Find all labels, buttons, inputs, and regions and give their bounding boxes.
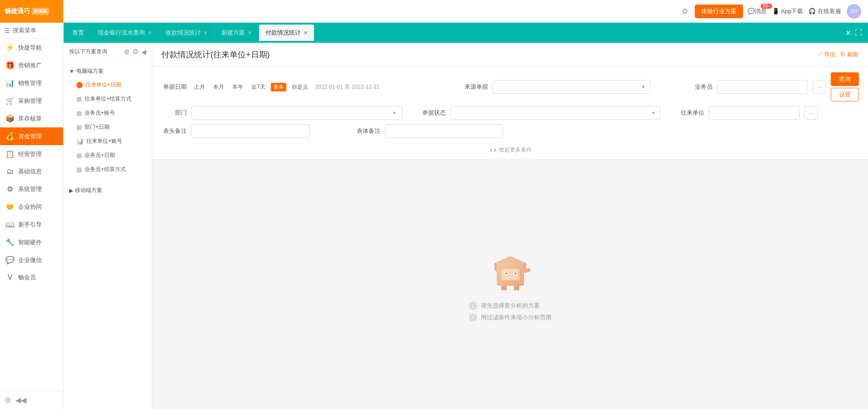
scheme-circle-icon bbox=[76, 82, 83, 88]
sidebar-item-marketing[interactable]: 🎁 营销推广 bbox=[0, 56, 63, 74]
svg-rect-9 bbox=[501, 286, 507, 290]
close-tab-icon[interactable]: ✕ bbox=[304, 30, 308, 36]
system-icon: ⚙ bbox=[5, 185, 15, 193]
scheme-item-unit-account[interactable]: 📊往来单位+账号 bbox=[64, 134, 152, 148]
last-7days-btn[interactable]: 近7天 bbox=[249, 82, 268, 92]
sidebar-item-label: 企业微信 bbox=[18, 256, 42, 264]
svg-point-7 bbox=[509, 277, 511, 279]
collapse-panel-icon[interactable]: ◀ bbox=[141, 48, 146, 56]
app-download-btn[interactable]: 📱 App下载 bbox=[772, 7, 803, 15]
sidebar-item-guide[interactable]: 📖 新手引导 bbox=[0, 216, 63, 233]
sidebar-item-operations[interactable]: 📋 经营管理 bbox=[0, 145, 63, 163]
setting-btn[interactable]: 设置 bbox=[831, 88, 859, 101]
sidebar-nav: ⚡ 快捷导航 🎁 营销推广 📊 销售管理 🛒 采购管理 📦 库存核算 💰 资金管… bbox=[0, 39, 63, 286]
doc-status-select[interactable]: ▼ bbox=[450, 106, 661, 120]
basic-icon: 🗂 bbox=[5, 167, 15, 176]
sidebar-item-quick-nav[interactable]: ⚡ 快捷导航 bbox=[0, 39, 63, 56]
tab-bar-actions: ✕ ⛶ bbox=[845, 29, 866, 37]
this-year-btn[interactable]: 本年 bbox=[229, 82, 246, 92]
refresh-btn[interactable]: ↻ 刷新 bbox=[840, 50, 859, 59]
messages-btn[interactable]: 💬 消息 99+ bbox=[748, 7, 767, 15]
collapse-btn[interactable]: ∧∧ 收起更多条件 bbox=[161, 142, 859, 154]
hint-num-1: 1 bbox=[469, 302, 477, 310]
filter-row-2: 部门 ▼ 单据状态 ▼ 往来单位 bbox=[161, 106, 859, 120]
more-dates-btn[interactable]: 更多 bbox=[271, 83, 286, 91]
close-tab-icon[interactable]: ✕ bbox=[248, 30, 252, 36]
dept-arrow-icon: ▼ bbox=[392, 110, 397, 116]
tab-bank-flow[interactable]: 现金银行流水查询✕ bbox=[91, 25, 158, 41]
page-content: 按以下方案查询 ⊕ ⚙ ◀ ▼ 电脑端方案 往来单位+日期▦往来单位+结算方式▦… bbox=[64, 43, 868, 409]
scheme-item-staff-date[interactable]: ▦业务员+日期 bbox=[64, 148, 152, 162]
tab-label: 首页 bbox=[72, 29, 84, 37]
mobile-section-title[interactable]: ▶ 移动端方案 bbox=[64, 184, 152, 197]
partner-ellipsis-btn[interactable]: ··· bbox=[804, 106, 818, 120]
empty-hints: 1 请先选择要分析的方案 2 用过滤条件来缩小分析范围 bbox=[469, 302, 552, 322]
query-btn[interactable]: 查询 bbox=[831, 72, 859, 86]
scheme-item-unit-settle[interactable]: ▦往来单位+结算方式 bbox=[64, 92, 152, 106]
sidebar-item-label: 畅会员 bbox=[18, 273, 36, 282]
settings-icon[interactable]: ⚙ bbox=[682, 7, 688, 15]
sidebar-item-label: 基础信息 bbox=[18, 167, 42, 176]
last-month-btn[interactable]: 上月 bbox=[191, 82, 208, 92]
tab-bar: 首页现金银行流水查询✕收款情况统计✕新建方案✕付款情况统计✕ ✕ ⛶ bbox=[64, 23, 868, 43]
tab-new-scheme[interactable]: 新建方案✕ bbox=[215, 25, 258, 41]
top-header: ... ⚙ 体验行业方案 💬 消息 99+ 📱 App下载 🎧 在线客服 Rit bbox=[64, 0, 868, 23]
avatar[interactable]: Rit bbox=[847, 4, 861, 19]
svg-rect-10 bbox=[514, 286, 519, 290]
source-select[interactable]: ▼ bbox=[493, 80, 651, 94]
scheme-item-unit-date[interactable]: 往来单位+日期 bbox=[64, 78, 152, 92]
sidebar-item-label: 快捷导航 bbox=[18, 44, 42, 52]
sidebar-item-system[interactable]: ⚙ 系统管理 bbox=[0, 180, 63, 198]
close-tab-icon[interactable]: ✕ bbox=[148, 30, 152, 36]
svg-point-4 bbox=[505, 273, 507, 274]
manage-scheme-icon[interactable]: ⚙ bbox=[132, 47, 139, 56]
sidebar-item-finance[interactable]: 💰 资金管理 bbox=[0, 127, 63, 145]
svg-point-6 bbox=[506, 277, 508, 279]
header-note-input[interactable] bbox=[191, 124, 309, 138]
settings-bottom-icon[interactable]: ⚙ bbox=[5, 396, 11, 404]
tab-home[interactable]: 首页 bbox=[66, 25, 90, 41]
sidebar-item-purchase[interactable]: 🛒 采购管理 bbox=[0, 92, 63, 110]
sidebar-item-member[interactable]: V 畅会员 bbox=[0, 269, 63, 286]
close-tab-icon[interactable]: ✕ bbox=[204, 30, 208, 36]
sidebar-item-wechat[interactable]: 💬 企业微信 bbox=[0, 251, 63, 269]
partner-select[interactable] bbox=[709, 106, 800, 120]
custom-date-btn[interactable]: 自定义 bbox=[289, 82, 311, 92]
refresh-icon: ↻ bbox=[840, 51, 845, 58]
desktop-section-title[interactable]: ▼ 电脑端方案 bbox=[64, 65, 152, 78]
collapse-sidebar-icon[interactable]: ◀◀ bbox=[15, 396, 26, 404]
doc-status-label: 单据状态 bbox=[420, 109, 446, 117]
scheme-grid-icon: ▦ bbox=[76, 152, 82, 159]
close-all-tabs-icon[interactable]: ✕ bbox=[845, 29, 851, 37]
sidebar-item-label: 采购管理 bbox=[18, 97, 42, 105]
staff-ellipsis-btn[interactable]: ··· bbox=[813, 80, 826, 94]
tab-pay-stats[interactable]: 付款情况统计✕ bbox=[259, 25, 314, 41]
scheme-item-dept-date[interactable]: ▦部门+日期 bbox=[64, 120, 152, 134]
sidebar-item-inventory[interactable]: 📦 库存核算 bbox=[0, 110, 63, 127]
scheme-item-staff-settle[interactable]: ▦业务员+结算方式 bbox=[64, 162, 152, 177]
tab-receive-stats[interactable]: 收款情况统计✕ bbox=[159, 25, 214, 41]
body-note-input[interactable] bbox=[385, 124, 503, 138]
staff-select[interactable] bbox=[717, 80, 808, 94]
date-label: 单据日期 bbox=[161, 83, 187, 91]
panel-header: 按以下方案查询 ⊕ ⚙ ◀ bbox=[64, 43, 152, 61]
sidebar-item-hardware[interactable]: 🔧 智能硬件 bbox=[0, 233, 63, 251]
sidebar-item-label: 资金管理 bbox=[18, 132, 42, 141]
search-menu[interactable]: ☰ 搜索菜单 bbox=[0, 23, 63, 39]
scheme-label: 业务员+结算方式 bbox=[85, 166, 126, 173]
add-scheme-icon[interactable]: ⊕ bbox=[124, 47, 130, 56]
header-right: 💬 消息 99+ 📱 App下载 🎧 在线客服 Rit bbox=[748, 4, 861, 19]
message-icon: 💬 bbox=[748, 8, 755, 15]
online-service-btn[interactable]: 🎧 在线客服 bbox=[808, 7, 841, 15]
dept-select[interactable]: ▼ bbox=[191, 106, 402, 120]
tab-label: 付款情况统计 bbox=[265, 29, 301, 37]
scheme-item-staff-account[interactable]: ▦业务员+账号 bbox=[64, 106, 152, 120]
expand-tabs-icon[interactable]: ⛶ bbox=[855, 29, 862, 37]
export-btn[interactable]: ↗ 导出 bbox=[817, 50, 836, 59]
trial-btn[interactable]: 体验行业方案 bbox=[695, 5, 743, 18]
sidebar-item-sales[interactable]: 📊 销售管理 bbox=[0, 74, 63, 92]
this-month-btn[interactable]: 本月 bbox=[210, 82, 227, 92]
collab-icon: 🤝 bbox=[5, 202, 15, 211]
sidebar-item-basic[interactable]: 🗂 基础信息 bbox=[0, 163, 63, 180]
sidebar-item-collab[interactable]: 🤝 企业协同 bbox=[0, 198, 63, 216]
